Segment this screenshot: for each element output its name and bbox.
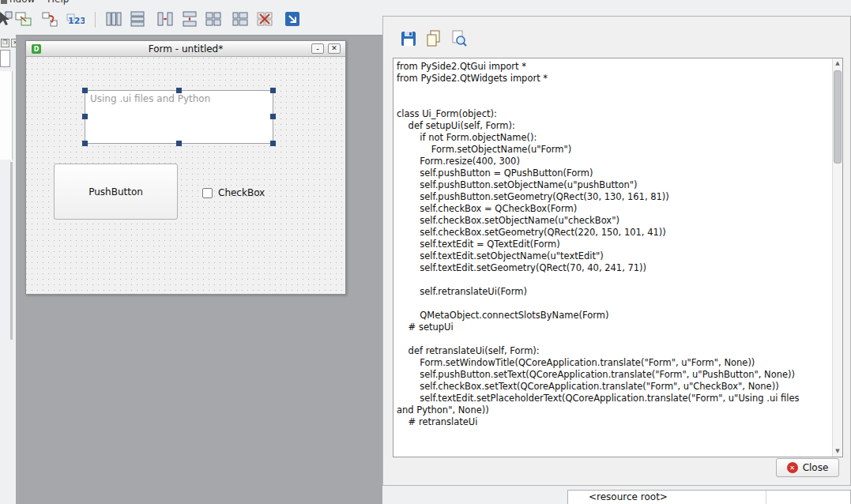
splitter-vertical-icon[interactable]: [179, 9, 200, 29]
copy-icon[interactable]: [424, 29, 443, 48]
code-line: self.pushButton.setText(QCoreApplication…: [397, 369, 831, 381]
selection-handle[interactable]: [270, 114, 276, 119]
checkbox-label: CheckBox: [218, 187, 265, 198]
resource-browser-panel: <resource root>: [567, 490, 851, 504]
selection-handle[interactable]: [176, 141, 182, 146]
mdi-area: D Form - untitled* - ✕ Using .ui files a…: [16, 35, 382, 504]
find-icon[interactable]: [450, 29, 469, 48]
code-line: self.pushButton.setGeometry(QRect(30, 13…: [397, 191, 831, 203]
code-line: and Python", None)): [397, 404, 831, 416]
code-line: def retranslateUi(self, Form):: [397, 345, 831, 357]
vertical-scrollbar[interactable]: ▲ ▼: [832, 58, 842, 457]
edit-signals-slots-icon[interactable]: [13, 9, 34, 29]
checkbox-box[interactable]: [202, 188, 213, 198]
dock-float-icon[interactable]: ❐: [1, 39, 9, 47]
qt-designer-screen: ndow Help 123: [0, 0, 851, 504]
form-window-title: Form - untitled*: [26, 43, 345, 55]
code-line: self.textEdit.setObjectName(u"textEdit"): [397, 250, 831, 262]
tab-order-label: 123: [68, 16, 85, 26]
code-line: Form.setObjectName(u"Form"): [397, 144, 831, 156]
code-line: self.textEdit = QTextEdit(Form): [397, 239, 831, 250]
textedit-placeholder: Using .ui files and Python: [85, 91, 273, 107]
form-canvas[interactable]: Using .ui files and Python PushButton Ch…: [26, 58, 345, 294]
selection-handle[interactable]: [176, 88, 182, 93]
dock-filter-input[interactable]: [0, 50, 10, 67]
adjust-size-icon[interactable]: [282, 9, 303, 29]
form-window[interactable]: D Form - untitled* - ✕ Using .ui files a…: [25, 40, 346, 295]
break-layout-icon[interactable]: [254, 9, 275, 29]
scrollbar-thumb[interactable]: [834, 70, 842, 164]
layout-form-icon[interactable]: [230, 9, 250, 29]
code-line: # retranslateUi: [397, 416, 831, 428]
layout-horizontal-icon[interactable]: [104, 9, 124, 29]
code-line: [397, 333, 831, 345]
code-line: self.retranslateUi(Form): [397, 286, 831, 298]
code-line: self.checkBox = QCheckBox(Form): [397, 203, 831, 215]
resource-panel-divider: [766, 491, 766, 504]
edit-tab-order-icon[interactable]: 123: [65, 9, 85, 29]
selection-handle[interactable]: [82, 114, 88, 119]
form-close-button[interactable]: ✕: [328, 43, 341, 54]
code-line: if not Form.objectName():: [397, 132, 831, 144]
selection-handle[interactable]: [270, 88, 276, 93]
code-line: class Ui_Form(object):: [397, 108, 831, 120]
code-line: self.pushButton = QPushButton(Form): [397, 167, 831, 179]
checkbox-widget[interactable]: CheckBox: [202, 187, 265, 198]
code-line: [397, 96, 831, 108]
scroll-down-icon[interactable]: ▼: [833, 446, 842, 457]
dock-panel-sliver: [0, 71, 13, 160]
pushbutton-widget[interactable]: PushButton: [54, 164, 178, 220]
splitter-horizontal-icon[interactable]: [155, 9, 175, 29]
scroll-up-icon[interactable]: ▲: [833, 58, 842, 69]
code-lines: from PySide2.QtGui import *from PySide2.…: [393, 58, 831, 457]
edit-buddies-icon[interactable]: [40, 9, 60, 29]
code-line: self.textEdit.setPlaceholderText(QCoreAp…: [397, 393, 831, 404]
code-line: self.checkBox.setText(QCoreApplication.t…: [397, 381, 831, 393]
code-line: self.pushButton.setObjectName(u"pushButt…: [397, 179, 831, 191]
save-icon[interactable]: [399, 29, 418, 48]
code-line: # setupUi: [397, 322, 831, 333]
form-titlebar[interactable]: D Form - untitled* - ✕: [26, 41, 345, 57]
code-line: self.textEdit.setGeometry(QRect(70, 40, …: [397, 262, 831, 274]
code-line: [397, 274, 831, 286]
code-line: [397, 298, 831, 310]
code-line: from PySide2.QtWidgets import *: [397, 73, 831, 85]
code-preview-dialog: from PySide2.QtGui import *from PySide2.…: [382, 16, 851, 486]
textedit-widget[interactable]: Using .ui files and Python: [85, 90, 273, 144]
close-x-icon: ✕: [787, 462, 798, 473]
selection-handle[interactable]: [82, 141, 88, 146]
code-line: def setupUi(self, Form):: [397, 120, 831, 132]
layout-vertical-icon[interactable]: [127, 9, 148, 29]
code-line: QMetaObject.connectSlotsByName(Form): [397, 310, 831, 322]
resource-root-item[interactable]: <resource root>: [589, 491, 668, 502]
selection-handle[interactable]: [270, 141, 276, 146]
close-button[interactable]: ✕ Close: [776, 458, 839, 477]
code-viewer[interactable]: from PySide2.QtGui import *from PySide2.…: [393, 58, 843, 457]
dock-scrollbar[interactable]: [10, 162, 13, 340]
code-line: Form.resize(400, 300): [397, 156, 831, 167]
toolbar-separator: [95, 12, 96, 28]
code-line: [397, 85, 831, 96]
code-line: self.checkBox.setObjectName(u"checkBox"): [397, 215, 831, 227]
menu-icon-fragment: [1, 0, 7, 4]
selection-handle[interactable]: [82, 88, 88, 93]
close-button-label: Close: [803, 462, 829, 473]
code-line: Form.setWindowTitle(QCoreApplication.tra…: [397, 357, 831, 369]
code-line: from PySide2.QtGui import *: [397, 61, 831, 73]
code-line: self.checkBox.setGeometry(QRect(220, 150…: [397, 227, 831, 239]
layout-grid-icon[interactable]: [203, 9, 224, 29]
form-minimize-button[interactable]: -: [311, 43, 324, 54]
